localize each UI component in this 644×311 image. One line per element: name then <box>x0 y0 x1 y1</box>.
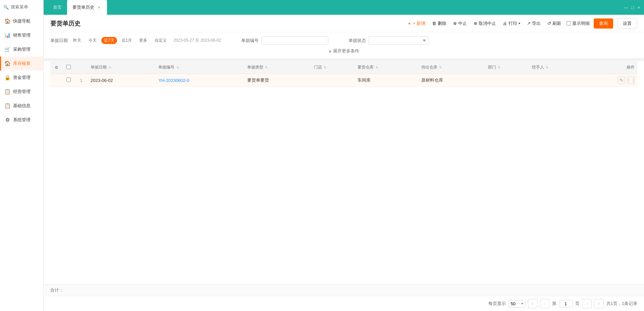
search-icon: 🔍 <box>3 5 9 10</box>
new-icon: ＋ <box>407 20 412 27</box>
page-size-select[interactable]: 50 10 20 100 <box>508 300 525 308</box>
sidebar-item-quick-nav[interactable]: 🏠 快捷导航 <box>0 14 43 28</box>
first-page-btn[interactable]: « <box>528 299 537 308</box>
row-checkbox[interactable] <box>66 78 71 82</box>
last-page-btn[interactable]: » <box>594 299 604 308</box>
sort-handler-icon: ⇅ <box>546 65 548 69</box>
page-title: 要货单历史 <box>50 19 406 28</box>
select-all-checkbox[interactable] <box>66 65 71 69</box>
row-date: 2023-06-02 <box>88 74 156 87</box>
sidebar-item-label: 采购管理 <box>13 46 31 52</box>
page-label-after: 页 <box>575 301 580 307</box>
next-page-btn[interactable]: › <box>582 299 592 308</box>
print-icon: 🖨 <box>503 21 507 26</box>
row-bill-no: YH-20230602-0 <box>156 74 244 87</box>
refresh-button[interactable]: ↺ 刷新 <box>546 20 562 27</box>
col-store[interactable]: 门店 ⇅ <box>311 61 355 74</box>
pagination: 每页显示 50 10 20 100 « ‹ 第 页 › » 共1页，1条记录 <box>44 296 644 311</box>
col-bill-no[interactable]: 单据编号 ⇅ <box>156 61 244 74</box>
expand-more-label: 展开更多条件 <box>333 48 359 54</box>
tab-home[interactable]: 首页 <box>48 0 67 15</box>
bill-number-input[interactable] <box>261 36 328 45</box>
sales-icon: 📊 <box>4 32 10 38</box>
shortcut-today[interactable]: 今天 <box>86 37 99 44</box>
shortcut-1month[interactable]: 近1月 <box>119 37 135 44</box>
row-checkbox-cell[interactable] <box>62 74 74 87</box>
page-size-label: 每页显示 <box>488 301 506 307</box>
table-row: 1 2023-06-02 YH-20230602-0 要货单要货 车间库 原材料… <box>50 74 637 87</box>
col-handler[interactable]: 经手人 ⇅ <box>529 61 583 74</box>
print-button[interactable]: 🖨 打印 ▾ <box>501 20 522 27</box>
main-area: 首页 要货单历史 × — □ × 要货单历史 ＋ + 新增 🗑 删除 <box>44 0 644 311</box>
display-detail-input[interactable] <box>567 21 571 26</box>
window-close-btn[interactable]: × <box>637 5 640 10</box>
home-icon: 🏠 <box>4 18 10 24</box>
display-detail-checkbox[interactable]: 显示明细 <box>567 20 590 27</box>
suspend-button[interactable]: ⊗ 中止 <box>452 20 468 27</box>
suspend-icon: ⊗ <box>453 21 457 26</box>
delete-icon: 🗑 <box>432 21 436 26</box>
sidebar-item-finance[interactable]: 🔒 资金管理 <box>0 71 43 85</box>
col-rownum <box>74 61 88 74</box>
setting-button[interactable]: 设置 <box>617 18 637 29</box>
refresh-icon: ↺ <box>547 21 551 26</box>
export-button[interactable]: ↗ 导出 <box>526 20 542 27</box>
sidebar: 🔍 搜索菜单 🏠 快捷导航 📊 销售管理 🛒 采购管理 🏠 库存核算 🔒 资金管… <box>0 0 44 311</box>
page-header: 要货单历史 ＋ + 新增 🗑 删除 ⊗ 中止 ⊗ 取消中止 <box>44 15 644 32</box>
purchase-icon: 🛒 <box>4 46 10 52</box>
status-filter: 单据状态 <box>348 36 429 45</box>
tab-close-icon[interactable]: × <box>96 5 102 10</box>
table-footer: 合计： <box>44 284 644 296</box>
shortcut-7days[interactable]: 近7天 <box>101 37 117 44</box>
sidebar-item-sales[interactable]: 📊 销售管理 <box>0 28 43 42</box>
col-bill-type[interactable]: 单据类型 ⇅ <box>245 61 311 74</box>
sidebar-item-purchase[interactable]: 🛒 采购管理 <box>0 42 43 56</box>
cancel-suspend-button[interactable]: ⊗ 取消中止 <box>472 20 497 27</box>
col-date[interactable]: 单据日期 ⇅ <box>88 61 156 74</box>
row-req-warehouse: 车间库 <box>355 74 419 87</box>
col-checkbox[interactable] <box>62 61 74 74</box>
sidebar-item-system[interactable]: ⚙ 系统管理 <box>0 113 43 127</box>
operations-icon: 📋 <box>4 89 10 95</box>
sidebar-item-label: 快捷导航 <box>13 18 31 24</box>
tab-active[interactable]: 要货单历史 × <box>67 0 107 15</box>
row-department <box>485 74 529 87</box>
col-pending-warehouse[interactable]: 待出仓库 ⇅ <box>419 61 485 74</box>
bill-no-link[interactable]: YH-20230602-0 <box>158 78 189 83</box>
row-actions: ✎ ⋮⋮ <box>583 74 637 87</box>
query-button[interactable]: 查询 <box>594 18 613 29</box>
sidebar-item-basic[interactable]: 📋 基础信息 <box>0 99 43 113</box>
shortcut-custom[interactable]: 自定义 <box>152 37 169 44</box>
shortcut-yesterday[interactable]: 昨天 <box>70 37 84 44</box>
shortcut-more[interactable]: 更多 <box>137 37 150 44</box>
col-actions: 操作 <box>583 61 637 74</box>
status-select[interactable] <box>369 36 429 45</box>
sidebar-item-label: 销售管理 <box>13 32 31 38</box>
sidebar-item-label: 资金管理 <box>13 75 31 81</box>
col-department[interactable]: 部门 ⇅ <box>485 61 529 74</box>
sort-pending-wh-icon: ⇅ <box>439 65 442 69</box>
prev-page-btn[interactable]: ‹ <box>540 299 549 308</box>
row-more-icon[interactable]: ⋮⋮ <box>627 77 635 84</box>
sort-date-icon: ⇅ <box>108 65 111 69</box>
row-bill-type: 要货单要货 <box>245 74 311 87</box>
col-settings[interactable]: ⚙ <box>50 61 62 74</box>
sidebar-search[interactable]: 🔍 搜索菜单 <box>0 0 43 14</box>
delete-button[interactable]: 🗑 删除 <box>431 20 448 27</box>
sort-billtype-icon: ⇅ <box>265 65 268 69</box>
row-settings-cell <box>50 74 62 87</box>
window-maximize-btn[interactable]: □ <box>632 5 634 10</box>
sidebar-item-inventory[interactable]: 🏠 库存核算 <box>0 56 43 71</box>
page-number-input[interactable] <box>559 300 573 308</box>
row-edit-icon[interactable]: ✎ <box>618 77 625 84</box>
display-detail-label: 显示明细 <box>572 20 590 27</box>
row-handler <box>529 74 583 87</box>
new-button[interactable]: ＋ + 新增 <box>406 20 427 27</box>
expand-more-btn[interactable]: ∨ 展开更多条件 <box>328 47 359 55</box>
sidebar-item-operations[interactable]: 📋 经营管理 <box>0 85 43 99</box>
window-minimize-btn[interactable]: — <box>624 5 628 10</box>
bill-number-label: 单据编号 <box>241 38 259 44</box>
sidebar-item-label: 基础信息 <box>13 103 31 109</box>
col-req-warehouse[interactable]: 要货仓库 ⇅ <box>355 61 419 74</box>
filter-row-1: 单据日期 昨天 今天 近7天 近1月 更多 自定义 2023-05-27 至 2… <box>50 36 637 45</box>
